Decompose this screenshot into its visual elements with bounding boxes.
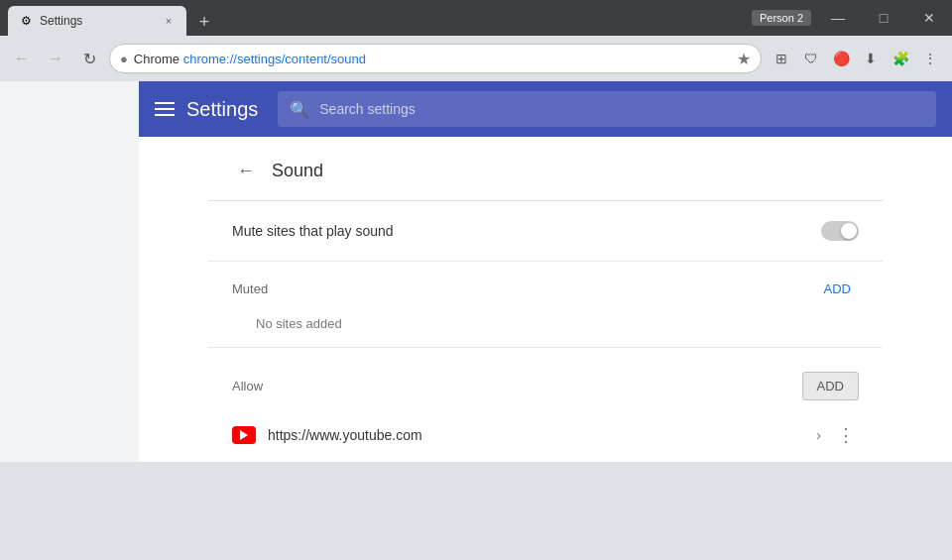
toggle-knob [841, 223, 857, 239]
close-window-button[interactable]: ✕ [906, 0, 952, 36]
mute-setting-row: Mute sites that play sound [208, 201, 883, 262]
tab-close-button[interactable]: × [161, 13, 177, 29]
settings-header: Settings 🔍 [139, 81, 952, 137]
hamburger-line-2 [155, 108, 175, 110]
address-bar: ← → ↻ ● Chrome chrome://settings/content… [0, 36, 952, 81]
person-badge[interactable]: Person 2 [752, 10, 811, 26]
sound-section-header: ← Sound [208, 137, 883, 201]
mute-label: Mute sites that play sound [232, 223, 394, 239]
allow-section-header: Allow ADD [208, 356, 883, 408]
page-body: Settings 🔍 ← Sound Mute sites that play … [0, 81, 952, 462]
tab-bar: ⚙ Settings × + [0, 0, 218, 36]
toolbar-icons: ⊞ 🛡 🔴 ⬇ 🧩 ⋮ [768, 45, 944, 72]
hamburger-line-1 [155, 102, 175, 104]
search-icon: 🔍 [290, 100, 309, 119]
forward-button[interactable]: → [42, 45, 69, 72]
content-area: ← Sound Mute sites that play sound Muted… [139, 137, 952, 462]
site-url-label: https://www.youtube.com [268, 427, 804, 443]
url-lock-icon: ● [120, 52, 128, 66]
extension-icon-2[interactable]: 🛡 [797, 45, 825, 72]
site-row: https://www.youtube.com › ⋮ [208, 408, 883, 462]
chrome-menu-button[interactable]: ⋮ [916, 45, 944, 72]
title-bar-left: ⚙ Settings × + [0, 0, 752, 36]
extension-icon-5[interactable]: 🧩 [887, 45, 914, 72]
allow-add-button[interactable]: ADD [802, 372, 859, 400]
youtube-favicon [232, 423, 256, 447]
url-chrome-label: Chrome [134, 52, 179, 66]
extension-icon-1[interactable]: ⊞ [768, 45, 795, 72]
title-bar-controls: Person 2 — □ ✕ [752, 0, 952, 36]
refresh-button[interactable]: ↻ [75, 45, 103, 72]
settings-tab[interactable]: ⚙ Settings × [8, 6, 186, 36]
sound-page-title: Sound [272, 161, 323, 181]
back-to-content-button[interactable]: ← [232, 157, 260, 184]
back-button[interactable]: ← [8, 45, 36, 72]
youtube-icon [232, 426, 256, 444]
bookmark-star-icon[interactable]: ★ [737, 50, 751, 68]
muted-section-header: Muted ADD [208, 262, 883, 308]
tab-favicon: ⚙ [18, 13, 34, 29]
content-panel: ← Sound Mute sites that play sound Muted… [208, 137, 883, 462]
title-bar: ⚙ Settings × + Person 2 — □ ✕ [0, 0, 952, 36]
hamburger-line-3 [155, 114, 175, 116]
site-expand-icon[interactable]: › [816, 427, 821, 443]
extension-icon-3[interactable]: 🔴 [827, 45, 855, 72]
search-input[interactable] [319, 101, 924, 117]
sidebar [0, 81, 139, 462]
hamburger-button[interactable] [155, 102, 175, 116]
mute-toggle[interactable] [821, 221, 859, 241]
maximize-button[interactable]: □ [861, 0, 906, 36]
minimize-button[interactable]: — [815, 0, 861, 36]
allow-section-label: Allow [232, 379, 263, 393]
url-path: chrome://settings/content/sound [183, 52, 366, 66]
url-bar[interactable]: ● Chrome chrome://settings/content/sound… [109, 44, 762, 73]
new-tab-button[interactable]: + [190, 8, 218, 36]
settings-page-title: Settings [186, 98, 258, 121]
full-content: Settings 🔍 ← Sound Mute sites that play … [139, 81, 952, 462]
site-menu-icon[interactable]: ⋮ [833, 420, 859, 450]
muted-add-button[interactable]: ADD [816, 278, 859, 300]
no-sites-muted-label: No sites added [208, 308, 883, 348]
search-bar[interactable]: 🔍 [278, 91, 936, 127]
extension-icon-4[interactable]: ⬇ [857, 45, 885, 72]
muted-section-label: Muted [232, 281, 268, 296]
youtube-play-icon [240, 430, 248, 440]
url-text: Chrome chrome://settings/content/sound [134, 52, 731, 66]
tab-title: Settings [40, 14, 155, 28]
